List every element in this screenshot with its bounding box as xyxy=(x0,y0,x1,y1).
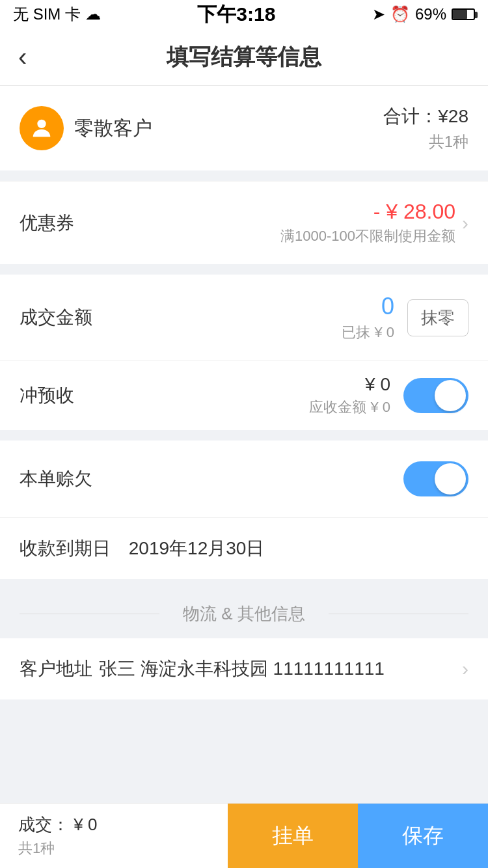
debt-row: 本单赊欠 xyxy=(0,441,488,517)
bottom-info: 成交： ¥ 0 共1种 xyxy=(0,804,228,868)
status-right: ➤ ⏰ 69% xyxy=(372,5,475,23)
save-button[interactable]: 保存 xyxy=(358,804,488,868)
status-left: 无 SIM 卡 ☁ xyxy=(13,4,101,25)
prereceive-main: ¥ 0 xyxy=(309,374,390,395)
customer-avatar xyxy=(20,106,64,150)
address-value: 张三 海淀永丰科技园 11111111111 xyxy=(99,657,385,681)
coupon-amount: - ¥ 28.00 xyxy=(280,200,455,224)
chevron-right-icon: › xyxy=(462,212,468,234)
deal-sub: 已抹 ¥ 0 xyxy=(342,323,394,342)
bottom-deal-label: 成交： xyxy=(18,815,69,834)
deal-label: 成交金额 xyxy=(20,305,92,330)
duedate-value: 2019年12月30日 xyxy=(129,538,265,558)
address-content: 张三 海淀永丰科技园 11111111111 xyxy=(99,657,455,681)
customer-name: 零散客户 xyxy=(74,115,152,142)
amount-value-wrap: 0 已抹 ¥ 0 xyxy=(342,293,394,342)
address-chevron-icon: › xyxy=(462,658,468,680)
customer-section: 零散客户 合计：¥28 共1种 xyxy=(0,86,488,170)
debt-toggle[interactable] xyxy=(403,461,468,496)
location-icon: ➤ xyxy=(372,5,385,23)
coupon-desc: 满1000-100不限制使用金额 xyxy=(280,226,455,246)
nav-bar: ‹ 填写结算等信息 xyxy=(0,29,488,86)
main-content: 零散客户 合计：¥28 共1种 优惠券 - ¥ 28.00 满1000-100不… xyxy=(0,86,488,788)
coupon-label: 优惠券 xyxy=(20,211,74,236)
person-icon xyxy=(29,115,55,141)
debt-label: 本单赊欠 xyxy=(20,467,92,491)
deal-section: 成交金额 0 已抹 ¥ 0 抹零 冲预收 ¥ 0 应收金额 ¥ 0 xyxy=(0,275,488,430)
battery-text: 69% xyxy=(415,5,446,23)
bottom-bar: 成交： ¥ 0 共1种 挂单 保存 xyxy=(0,803,488,868)
alarm-icon: ⏰ xyxy=(390,5,410,23)
prereceive-label: 冲预收 xyxy=(20,383,74,408)
round-zero-button[interactable]: 抹零 xyxy=(407,299,468,336)
toggle-knob xyxy=(435,380,466,411)
customer-left: 零散客户 xyxy=(20,106,152,150)
back-button[interactable]: ‹ xyxy=(18,42,27,72)
customer-total: 合计：¥28 xyxy=(383,104,468,129)
svg-point-0 xyxy=(37,120,46,128)
address-section: 客户地址 张三 海淀永丰科技园 11111111111 › xyxy=(0,638,488,699)
prereceive-sub: 应收金额 ¥ 0 xyxy=(309,398,390,417)
bottom-deal: 成交： ¥ 0 xyxy=(18,813,210,836)
amount-row: 成交金额 0 已抹 ¥ 0 抹零 xyxy=(0,275,488,360)
amount-right: 0 已抹 ¥ 0 抹零 xyxy=(342,293,468,342)
address-label: 客户地址 xyxy=(20,657,92,681)
bottom-count: 共1种 xyxy=(18,839,210,858)
coupon-row[interactable]: 优惠券 - ¥ 28.00 满1000-100不限制使用金额 › xyxy=(0,181,488,264)
bottom-deal-amount: ¥ 0 xyxy=(74,815,97,834)
prereceive-row: 冲预收 ¥ 0 应收金额 ¥ 0 xyxy=(0,360,488,430)
battery-icon xyxy=(452,8,475,20)
page-title: 填写结算等信息 xyxy=(167,42,321,72)
debt-section: 本单赊欠 收款到期日 2019年12月30日 xyxy=(0,441,488,579)
customer-right: 合计：¥28 共1种 xyxy=(383,104,468,152)
divider-right xyxy=(329,614,468,614)
deal-value: 0 xyxy=(342,293,394,320)
status-bar: 无 SIM 卡 ☁ 下午3:18 ➤ ⏰ 69% xyxy=(0,0,488,29)
coupon-section: 优惠券 - ¥ 28.00 满1000-100不限制使用金额 › xyxy=(0,181,488,264)
coupon-value: - ¥ 28.00 满1000-100不限制使用金额 xyxy=(280,200,455,246)
prereceive-toggle[interactable] xyxy=(403,378,468,413)
prereceive-right: ¥ 0 应收金额 ¥ 0 xyxy=(309,374,468,417)
status-time: 下午3:18 xyxy=(197,1,275,28)
prereceive-values: ¥ 0 应收金额 ¥ 0 xyxy=(309,374,390,417)
address-row[interactable]: 客户地址 张三 海淀永丰科技园 11111111111 › xyxy=(0,638,488,699)
logistics-header: 物流 & 其他信息 xyxy=(0,590,488,638)
logistics-label: 物流 & 其他信息 xyxy=(170,603,318,625)
duedate-row: 收款到期日 2019年12月30日 xyxy=(0,517,488,579)
divider-left xyxy=(20,614,159,614)
coupon-right: - ¥ 28.00 满1000-100不限制使用金额 › xyxy=(280,200,468,246)
duedate-label: 收款到期日 xyxy=(20,538,111,558)
hang-button[interactable]: 挂单 xyxy=(228,804,358,868)
debt-toggle-knob xyxy=(435,463,466,495)
customer-count: 共1种 xyxy=(383,131,468,152)
sim-status: 无 SIM 卡 ☁ xyxy=(13,4,101,25)
